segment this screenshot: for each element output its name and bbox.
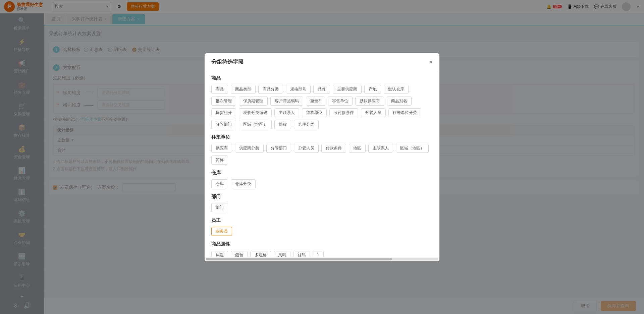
warehouse-fields: 仓库 仓库分类: [211, 179, 433, 188]
field-spec-model[interactable]: 规格型号: [286, 85, 311, 94]
field-origin[interactable]: 产地: [364, 85, 381, 94]
section-warehouse-title: 仓库: [211, 170, 433, 176]
field-warehouse[interactable]: 仓库: [211, 179, 228, 188]
field-tax-code[interactable]: 税收分类编码: [239, 108, 272, 117]
field-attr[interactable]: 属性: [211, 251, 228, 257]
section-partner: 往来单位 供应商 供应商分类 分管部门 分管人员 付款条件 地区 主联系人 区域…: [211, 134, 433, 165]
section-partner-title: 往来单位: [211, 134, 433, 140]
field-payment-terms[interactable]: 收付款条件: [329, 108, 358, 117]
field-shoe-size[interactable]: 鞋码: [293, 251, 310, 257]
field-settlement-unit[interactable]: 结算单位: [302, 108, 327, 117]
field-color[interactable]: 颜色: [231, 251, 248, 257]
field-short-name-goods[interactable]: 简称: [274, 120, 291, 129]
field-short-name-partner[interactable]: 简称: [211, 155, 228, 165]
field-warehouse-category[interactable]: 仓库分类: [231, 179, 256, 188]
field-multi-spec[interactable]: 多规格: [250, 251, 271, 257]
modal-close-button[interactable]: ×: [429, 59, 433, 66]
field-manager[interactable]: 分管人员: [361, 108, 386, 117]
field-select-modal: 分组待选字段 × 商品 商品 商品类型 商品分类 规格型号 品牌 主要供应商 产…: [205, 53, 439, 261]
field-supplier-category[interactable]: 供应商分类: [235, 144, 264, 153]
field-dept-partner[interactable]: 分管部门: [266, 144, 291, 153]
employee-fields: 业务员: [211, 227, 433, 236]
field-goods-alias[interactable]: 商品别名: [387, 97, 412, 106]
field-payment-cond[interactable]: 付款条件: [321, 144, 346, 153]
field-goods-category[interactable]: 商品分类: [258, 85, 283, 94]
modal-title: 分组待选字段: [211, 59, 244, 66]
field-main-supplier[interactable]: 主要供应商: [333, 85, 362, 94]
field-goods-type[interactable]: 商品类型: [231, 85, 256, 94]
field-goods[interactable]: 商品: [211, 85, 228, 94]
field-weight3[interactable]: 重量3: [306, 97, 325, 106]
field-partner-category[interactable]: 往来单位分类: [388, 108, 421, 117]
modal-horizontal-scrollbar[interactable]: [205, 257, 439, 261]
section-employee: 员工 业务员: [211, 217, 433, 236]
field-num-1[interactable]: 1: [313, 251, 324, 257]
modal-body: 商品 商品 商品类型 商品分类 规格型号 品牌 主要供应商 产地 默认仓库 批次…: [205, 70, 439, 257]
field-expiry-mgmt[interactable]: 保质期管理: [239, 97, 268, 106]
goods-attr-fields: 属性 颜色 多规格 尺码 鞋码 1: [211, 251, 433, 257]
section-goods: 商品 商品 商品类型 商品分类 规格型号 品牌 主要供应商 产地 默认仓库 批次…: [211, 75, 433, 129]
field-area-partner[interactable]: 区域（地区）: [396, 144, 429, 153]
dept-fields: 部门: [211, 203, 433, 212]
field-supplier[interactable]: 供应商: [211, 144, 232, 153]
section-dept: 部门 部门: [211, 194, 433, 212]
field-salesperson[interactable]: 业务员: [211, 227, 232, 236]
field-retail-unit[interactable]: 零售单位: [328, 97, 353, 106]
field-manager-partner[interactable]: 分管人员: [294, 144, 319, 153]
field-dept[interactable]: 分管部门: [211, 120, 236, 129]
section-goods-title: 商品: [211, 75, 433, 81]
field-region-partner[interactable]: 地区: [349, 144, 366, 153]
field-main-contact-partner[interactable]: 主联系人: [368, 144, 393, 153]
field-batch-mgmt[interactable]: 批次管理: [211, 97, 236, 106]
field-region-goods[interactable]: 区域（地区）: [239, 120, 272, 129]
field-pick-points[interactable]: 拣货积分: [211, 108, 236, 117]
field-default-warehouse[interactable]: 默认仓库: [384, 85, 409, 94]
field-size[interactable]: 尺码: [274, 251, 290, 257]
goods-fields: 商品 商品类型 商品分类 规格型号 品牌 主要供应商 产地 默认仓库 批次管理 …: [211, 85, 433, 129]
field-default-supplier[interactable]: 默认供应商: [355, 97, 384, 106]
field-department[interactable]: 部门: [211, 203, 228, 212]
field-customer-sku[interactable]: 客户商品编码: [270, 97, 303, 106]
section-warehouse: 仓库 仓库 仓库分类: [211, 170, 433, 188]
section-goods-attr: 商品属性 属性 颜色 多规格 尺码 鞋码 1: [211, 241, 433, 257]
field-brand[interactable]: 品牌: [313, 85, 330, 94]
field-warehouse-category-goods[interactable]: 仓库分类: [294, 120, 319, 129]
modal-header: 分组待选字段 ×: [205, 53, 439, 70]
section-goods-attr-title: 商品属性: [211, 241, 433, 247]
section-employee-title: 员工: [211, 217, 433, 224]
modal-overlay: 分组待选字段 × 商品 商品 商品类型 商品分类 规格型号 品牌 主要供应商 产…: [0, 0, 644, 314]
field-main-contact[interactable]: 主联系人: [274, 108, 299, 117]
partner-fields: 供应商 供应商分类 分管部门 分管人员 付款条件 地区 主联系人 区域（地区） …: [211, 144, 433, 165]
section-dept-title: 部门: [211, 194, 433, 200]
